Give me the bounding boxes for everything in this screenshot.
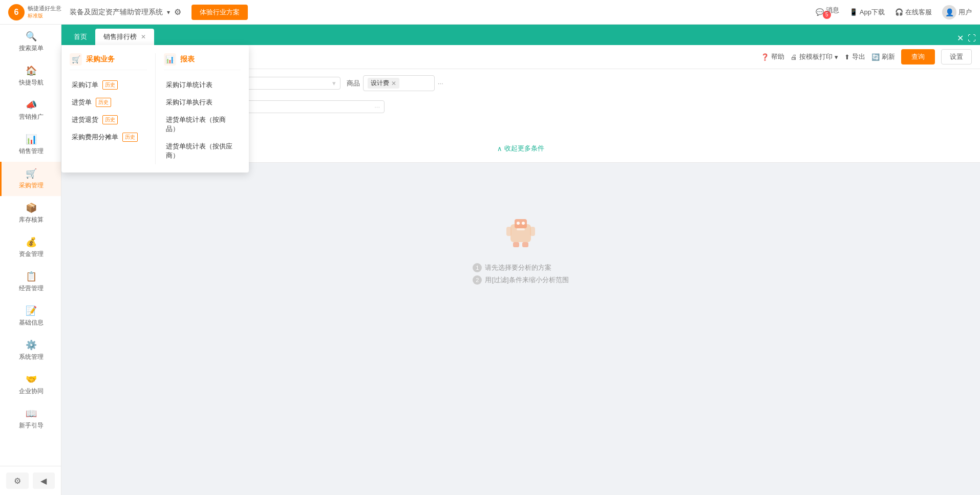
doc-status-select[interactable]: ▾ (238, 77, 340, 90)
settings-btn[interactable]: 设置 (941, 49, 972, 64)
svg-point-2 (517, 222, 520, 225)
export-btn[interactable]: ⬆ 导出 (844, 52, 865, 61)
report-col-title: 报表 (180, 55, 195, 64)
dropdown-item-si-by-goods[interactable]: 进货单统计表（按商品） (164, 111, 241, 138)
sidebar-label-sales: 销售管理 (19, 147, 44, 156)
tip-text-1: 请先选择要分析的方案 (485, 263, 551, 272)
svg-point-3 (522, 222, 525, 225)
sidebar-collapse-btn[interactable]: ◀ (33, 472, 55, 489)
system-title-area: 装备及固定资产辅助管理系统 ▾ ⚙ 体验行业方案 (70, 5, 816, 20)
print-arrow[interactable]: ▾ (835, 53, 838, 61)
tab-close-all-btn[interactable]: ✕ (957, 33, 964, 43)
goods-input[interactable]: 设计费 ✕ (363, 75, 435, 91)
user-action[interactable]: 👤 用户 (942, 5, 972, 19)
app-download-label: App下载 (860, 8, 885, 17)
dropdown-item-po-exec[interactable]: 采购订单执行表 (164, 94, 241, 111)
stock-return-label: 进货退货 (72, 115, 98, 124)
tab-fullscreen-btn[interactable]: ⛶ (968, 34, 976, 43)
sidebar-item-enterprise[interactable]: 🤝 企业协同 (0, 368, 61, 402)
goods-filter: 商品 设计费 ✕ ··· (347, 75, 443, 91)
sidebar-item-basic[interactable]: 📝 基础信息 (0, 299, 61, 333)
svg-rect-1 (515, 219, 527, 228)
industry-btn[interactable]: 体验行业方案 (191, 5, 248, 20)
history-badge-2: 历史 (102, 115, 118, 124)
dropdown-item-si-by-supplier[interactable]: 进货单统计表（按供应商） (164, 138, 241, 164)
tab-bar-right: ✕ ⛶ (957, 33, 976, 45)
salesman-select[interactable]: ··· (231, 100, 385, 113)
goods-tag: 设计费 ✕ (368, 78, 399, 89)
history-badge-0: 历史 (102, 80, 118, 90)
online-service-action[interactable]: 🎧 在线客服 (895, 8, 932, 17)
app-download-action[interactable]: 📱 App下载 (849, 8, 885, 17)
po-exec-label: 采购订单执行表 (166, 98, 212, 107)
purchase-col-title: 采购业务 (86, 55, 115, 64)
tab-sales-rank[interactable]: 销售排行榜 ✕ (95, 29, 154, 45)
sidebar-label-enterprise: 企业协同 (19, 387, 44, 396)
history-badge-3: 历史 (122, 133, 138, 142)
help-icon: ❓ (761, 53, 769, 61)
goods-tag-close[interactable]: ✕ (391, 80, 396, 87)
toolbar-right: ❓ 帮助 🖨 按模板打印 ▾ ⬆ 导出 🔄 刷新 查询 设置 (761, 49, 972, 64)
help-btn[interactable]: ❓ 帮助 (761, 52, 784, 61)
dropdown-item-purchase-order[interactable]: 采购订单 历史 (70, 76, 147, 94)
settings-icon[interactable]: ⚙ (174, 7, 181, 17)
collapse-icon: ◀ (40, 476, 47, 486)
dropdown-item-stock-in[interactable]: 进货单 历史 (70, 94, 147, 111)
header-right: 💬 消息 5 📱 App下载 🎧 在线客服 👤 用户 (816, 5, 972, 19)
history-badge-1: 历史 (96, 98, 111, 107)
si-by-goods-label: 进货单统计表（按商品） (166, 115, 239, 134)
system-title-text: 装备及固定资产辅助管理系统 (70, 8, 163, 17)
sidebar-item-operations[interactable]: 📋 经营管理 (0, 265, 61, 299)
sidebar-settings-btn[interactable]: ⚙ (6, 472, 29, 489)
purchase-icon: 🛒 (26, 168, 37, 179)
dropdown-item-stock-return[interactable]: 进货退货 历史 (70, 111, 147, 128)
tab-home[interactable]: 首页 (66, 29, 95, 45)
collapse-label: 收起更多条件 (504, 144, 544, 153)
user-label: 用户 (958, 8, 972, 17)
tab-home-label: 首页 (74, 32, 87, 41)
sidebar-item-purchase[interactable]: 🛒 采购管理 (0, 162, 61, 196)
tip-text-2: 用[过滤]条件来缩小分析范围 (485, 275, 568, 285)
dropdown-item-cost-split[interactable]: 采购费用分摊单 历史 (70, 128, 147, 146)
dropdown-report-header: 📊 报表 (164, 53, 241, 70)
sidebar-item-search[interactable]: 🔍 搜索菜单 (0, 25, 61, 59)
refresh-btn[interactable]: 🔄 刷新 (871, 52, 895, 61)
sidebar-item-system[interactable]: ⚙️ 系统管理 (0, 333, 61, 368)
po-stats-label: 采购订单统计表 (166, 80, 212, 90)
tab-active-label: 销售排行榜 (103, 32, 137, 41)
sidebar-item-finance[interactable]: 💰 资金管理 (0, 230, 61, 265)
home-icon: 🏠 (26, 65, 37, 76)
query-btn[interactable]: 查询 (901, 49, 935, 64)
logo-area: 6 畅捷通好生意 标准版 (8, 4, 70, 20)
sidebar-item-sales[interactable]: 📊 销售管理 (0, 127, 61, 162)
stock-in-label: 进货单 (72, 98, 92, 107)
svg-rect-7 (513, 242, 519, 247)
goods-more-btn[interactable]: ··· (438, 79, 443, 87)
export-label: 导出 (852, 52, 865, 61)
print-label: 按模板打印 (799, 52, 833, 61)
dropdown-report-col: 📊 报表 采购订单统计表 采购订单执行表 进货单统计表（按商品） 进货单统计表（… (155, 53, 249, 164)
empty-state: 1 请先选择要分析的方案 2 用[过滤]条件来缩小分析范围 (61, 163, 980, 326)
sidebar-label-guide: 新手引导 (19, 421, 44, 430)
collapse-btn[interactable]: ∧ 收起更多条件 (497, 141, 544, 156)
sidebar: 🔍 搜索菜单 🏠 快捷导航 📣 营销推广 📊 销售管理 🛒 采购管理 📦 库存核… (0, 25, 61, 495)
report-header-icon: 📊 (164, 53, 176, 66)
sidebar-item-guide[interactable]: 📖 新手引导 (0, 402, 61, 436)
refresh-icon: 🔄 (871, 53, 880, 61)
salesman-more: ··· (374, 103, 380, 111)
tab-close-icon[interactable]: ✕ (141, 33, 146, 40)
print-btn[interactable]: 🖨 按模板打印 ▾ (791, 52, 838, 61)
title-dropdown-arrow[interactable]: ▾ (167, 9, 170, 16)
sidebar-label-basic: 基础信息 (19, 318, 44, 327)
sidebar-item-nav[interactable]: 🏠 快捷导航 (0, 59, 61, 93)
search-icon: 🔍 (26, 31, 37, 42)
dropdown-item-po-stats[interactable]: 采购订单统计表 (164, 76, 241, 94)
sidebar-item-marketing[interactable]: 📣 营销推广 (0, 93, 61, 127)
logo-text: 畅捷通好生意 (28, 5, 61, 12)
empty-tips: 1 请先选择要分析的方案 2 用[过滤]条件来缩小分析范围 (473, 263, 568, 285)
message-action[interactable]: 💬 消息 5 (816, 6, 839, 19)
dropdown-purchase-col: 🛒 采购业务 采购订单 历史 进货单 历史 进货退货 历史 采购费用分摊单 历史 (61, 53, 155, 164)
svg-rect-4 (517, 228, 525, 230)
marketing-icon: 📣 (26, 99, 37, 111)
sidebar-item-inventory[interactable]: 📦 库存核算 (0, 196, 61, 230)
